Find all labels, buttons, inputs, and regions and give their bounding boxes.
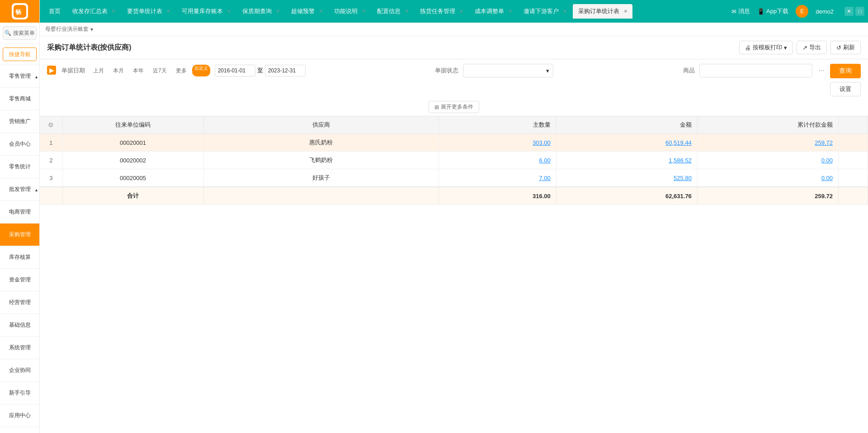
tab-pick-task[interactable]: 拣货任务管理 × [415, 4, 468, 19]
tab-close-config-info[interactable]: × [405, 8, 408, 14]
tab-close-receive-send[interactable]: × [112, 8, 115, 14]
tab-config-info[interactable]: 配置信息 × [372, 4, 414, 19]
sidebar-item-label: 应用中心 [9, 412, 31, 419]
row-paid-link[interactable]: 0.00 [821, 175, 833, 181]
row-extra [838, 134, 868, 152]
row-amount-link[interactable]: 525.80 [674, 175, 692, 181]
window-close-button[interactable]: ✕ [844, 7, 854, 16]
date-btn-more[interactable]: 更多 [172, 65, 190, 76]
row-amount-link[interactable]: 60,519.44 [665, 139, 692, 146]
footer-qty: 316.00 [439, 187, 556, 205]
tab-close-goods-stats[interactable]: × [167, 8, 170, 14]
filter-toggle-button[interactable]: ▶ [47, 66, 56, 75]
row-amount: 1,586.52 [556, 152, 697, 169]
tab-close-invite-downstream[interactable]: × [563, 8, 566, 14]
sidebar-item-ecommerce[interactable]: 电商管理 [0, 201, 39, 224]
sidebar-item-marketing[interactable]: 营销推广 [0, 110, 39, 133]
row-paid: 0.00 [697, 169, 838, 187]
sidebar-menu: 零售管理▴零售商城营销推广会员中心零售统计批发管理▴电商管理采购管理库存核算资金… [0, 65, 39, 433]
query-button[interactable]: 查询 [830, 64, 861, 78]
row-supplier: 好孩子 [203, 169, 439, 187]
table-row: 1 00020001 惠氏奶粉 303.00 60,519.44 259.72 [40, 134, 868, 152]
row-qty-link[interactable]: 6.00 [539, 157, 550, 164]
expand-conditions-button[interactable]: ⊞ 展开更多条件 [429, 101, 479, 113]
row-amount-link[interactable]: 1,586.52 [669, 157, 692, 164]
row-paid-link[interactable]: 259.72 [815, 139, 833, 146]
export-button[interactable]: ↗ 导出 [797, 41, 827, 54]
sidebar-item-enterprise[interactable]: 企业协同 [0, 359, 39, 382]
tab-close-overstock-alert[interactable]: × [319, 8, 322, 14]
breadcrumb-bar: 母婴行业演示账套 ▾ [40, 23, 868, 36]
tab-goods-stats[interactable]: 要货单统计表 × [122, 4, 175, 19]
goods-more-icon[interactable]: ··· [819, 67, 825, 75]
status-select[interactable]: ▾ [463, 64, 553, 77]
expand-conditions-row: ⊞ 展开更多条件 [40, 98, 868, 116]
search-button[interactable]: 🔍 搜索英单 [3, 26, 37, 40]
refresh-button[interactable]: ↺ 刷新 [830, 41, 861, 54]
sidebar-item-label: 经营管理 [9, 299, 31, 306]
message-button[interactable]: ✉ 消息 [731, 7, 750, 15]
main-area: 首页 收发存汇总表 × 要货单统计表 × 可用量库存账本 × 保质期查询 × 超… [40, 0, 868, 433]
sidebar-item-finance[interactable]: 资金管理 [0, 269, 39, 291]
row-qty-link[interactable]: 7.00 [539, 175, 550, 181]
sidebar-item-retail-shop[interactable]: 零售商城 [0, 88, 39, 110]
goods-input[interactable] [699, 64, 812, 77]
sidebar-item-enterprise-wx[interactable]: 企业微信 [0, 427, 39, 433]
tab-close-purchase-stats[interactable]: × [624, 8, 627, 14]
sidebar-item-operations[interactable]: 经营管理 [0, 291, 39, 314]
user-name: demo2 [816, 8, 834, 15]
tab-invite-downstream[interactable]: 邀请下游客户 × [518, 4, 572, 19]
tab-close-func-desc[interactable]: × [362, 8, 365, 14]
row-qty-link[interactable]: 303.00 [533, 139, 551, 146]
sidebar-item-app-center[interactable]: 应用中心 [0, 404, 39, 427]
sidebar-item-retail-mgmt[interactable]: 零售管理▴ [0, 65, 39, 88]
sidebar-item-retail-stats[interactable]: 零售统计 [0, 156, 39, 178]
tab-receive-send[interactable]: 收发存汇总表 × [67, 4, 121, 19]
tab-func-desc[interactable]: 功能说明 × [329, 4, 371, 19]
tab-available-stock[interactable]: 可用量库存账本 × [176, 4, 236, 19]
tab-overstock-alert[interactable]: 超储预警 × [286, 4, 328, 19]
tab-purchase-stats[interactable]: 采购订单统计表 × [573, 4, 632, 19]
sidebar-item-member[interactable]: 会员中心 [0, 133, 39, 156]
search-section: 🔍 搜索英单 [0, 23, 39, 44]
user-avatar[interactable]: E [796, 5, 808, 18]
tab-close-available-stock[interactable]: × [227, 8, 231, 14]
row-extra [838, 169, 868, 187]
sidebar-item-label: 资金管理 [9, 276, 31, 284]
sidebar-item-sys-mgmt[interactable]: 系统管理 [0, 337, 39, 359]
sidebar-item-wholesale[interactable]: 批发管理▴ [0, 178, 39, 201]
window-maximize-button[interactable]: □ [855, 7, 864, 16]
sidebar-item-inventory[interactable]: 库存核算 [0, 246, 39, 269]
settings-button[interactable]: 设置 [830, 82, 861, 96]
sidebar-item-new-guide[interactable]: 新手引导 [0, 382, 39, 404]
quick-nav-button[interactable]: 快捷导航 [3, 48, 37, 61]
col-header-paid: 累计付款金额 [697, 116, 838, 134]
col-header-code: 往来单位编码 [62, 116, 203, 134]
column-settings-icon[interactable]: ⚙ [48, 121, 54, 128]
sidebar-item-purchase[interactable]: 采购管理 [0, 224, 39, 246]
date-btn-last-month[interactable]: 上月 [90, 65, 108, 76]
date-to-input[interactable] [265, 65, 306, 76]
tab-home[interactable]: 首页 [43, 4, 66, 19]
sidebar-item-label: 零售统计 [9, 163, 31, 171]
row-paid-link[interactable]: 0.00 [821, 157, 833, 164]
footer-label: 合计 [62, 187, 203, 205]
sidebar-item-basic-info[interactable]: 基础信息 [0, 314, 39, 337]
tab-cost-adjust[interactable]: 成本调整单 × [469, 4, 517, 19]
breadcrumb-select[interactable]: 母婴行业演示账套 ▾ [45, 25, 93, 33]
tab-close-cost-adjust[interactable]: × [509, 8, 512, 14]
col-header-qty: 主数量 [439, 116, 556, 134]
row-supplier: 飞鹤奶粉 [203, 152, 439, 169]
date-btn-7days[interactable]: 近7天 [149, 65, 170, 76]
date-from-input[interactable] [215, 65, 255, 76]
table-area: ⚙ 往来单位编码 供应商 主数量 金额 累计付款金额 1 00020001 惠氏… [40, 116, 868, 433]
print-button[interactable]: 🖨 按模板打印 ▾ [739, 41, 793, 54]
date-btn-this-month[interactable]: 本月 [109, 65, 127, 76]
data-table: ⚙ 往来单位编码 供应商 主数量 金额 累计付款金额 1 00020001 惠氏… [40, 116, 868, 205]
tab-close-pick-task[interactable]: × [460, 8, 463, 14]
tab-close-expiry-query[interactable]: × [276, 8, 279, 14]
col-header-extra [838, 116, 868, 134]
date-btn-this-year[interactable]: 本年 [129, 65, 147, 76]
tab-expiry-query[interactable]: 保质期查询 × [237, 4, 285, 19]
app-download-button[interactable]: 📱 App下载 [757, 7, 788, 15]
